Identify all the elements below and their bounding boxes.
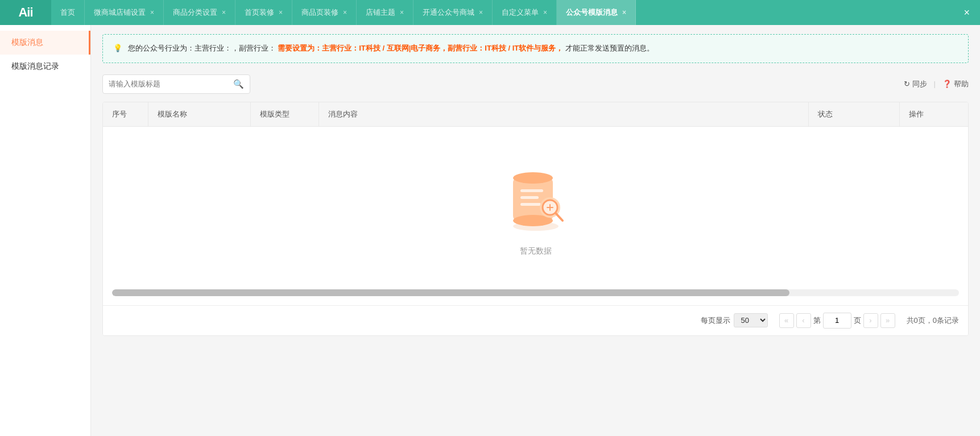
svg-line-10 <box>556 213 563 221</box>
nav-tab-home[interactable]: 首页 <box>51 0 85 25</box>
main-content: 💡 您的公众号行业为：主营行业：，副营行业： 需要设置为：主营行业：IT科技 /… <box>91 25 980 436</box>
toolbar-divider: | <box>934 80 936 88</box>
th-status: 状态 <box>809 102 900 126</box>
nav-tab-close-product-category[interactable]: × <box>222 9 226 16</box>
notice-icon: 💡 <box>113 44 122 52</box>
help-button[interactable]: ❓ 帮助 <box>942 79 969 89</box>
help-label: 帮助 <box>954 79 969 89</box>
empty-state: 暂无数据 <box>103 127 968 285</box>
notice-text-after: 才能正常发送预置的消息。 <box>565 44 654 52</box>
sidebar-item-template-msg-log[interactable]: 模版消息记录 <box>0 55 90 78</box>
sidebar-item-template-msg[interactable]: 模版消息 <box>0 31 90 55</box>
nav-tab-close-home-decor[interactable]: × <box>279 9 283 16</box>
nav-tab-product-page-decor[interactable]: 商品页装修× <box>292 0 357 25</box>
search-input[interactable] <box>109 80 233 88</box>
notice-text-before: 您的公众号行业为：主营行业：，副营行业： <box>128 44 276 52</box>
first-page-button[interactable]: « <box>779 313 794 328</box>
main-layout: 模版消息模版消息记录 💡 您的公众号行业为：主营行业：，副营行业： 需要设置为：… <box>0 25 980 436</box>
notice-highlight: 需要设置为：主营行业：IT科技 / 互联网|电子商务，副营行业：IT科技 / I… <box>278 44 563 52</box>
nav-tab-home-decor[interactable]: 首页装修× <box>235 0 292 25</box>
pagination: 每页显示 102050100 « ‹ 第 页 › » 共0页，0条记录 <box>103 305 968 335</box>
page-input[interactable] <box>823 313 851 329</box>
page-label: 第 <box>813 315 821 326</box>
page-size-label: 每页显示 <box>701 315 730 326</box>
next-page-button[interactable]: › <box>863 313 878 328</box>
top-nav: Aii 首页微商城店铺设置×商品分类设置×首页装修×商品页装修×店铺主题×开通公… <box>0 0 980 25</box>
nav-tab-custom-menu[interactable]: 自定义菜单× <box>493 0 557 25</box>
toolbar-right: ↻ 同步 | ❓ 帮助 <box>904 79 969 89</box>
table-header: 序号 模版名称 模版类型 消息内容 状态 操作 <box>103 102 968 127</box>
sync-label: 同步 <box>912 79 927 89</box>
page-size-dropdown[interactable]: 102050100 <box>734 313 768 327</box>
app-logo: Aii <box>0 0 51 25</box>
nav-tab-product-category[interactable]: 商品分类设置× <box>164 0 235 25</box>
svg-rect-4 <box>520 189 543 192</box>
sync-icon: ↻ <box>904 80 910 88</box>
nav-tab-template-msg[interactable]: 公众号模版消息× <box>557 0 636 25</box>
nav-tabs: 首页微商城店铺设置×商品分类设置×首页装修×商品页装修×店铺主题×开通公众号商城… <box>51 0 953 25</box>
nav-tab-close-wechat-shop[interactable]: × <box>150 9 154 16</box>
sync-button[interactable]: ↻ 同步 <box>904 79 927 89</box>
prev-page-button[interactable]: ‹ <box>796 313 811 328</box>
th-type: 模版类型 <box>251 102 319 126</box>
sidebar: 模版消息模版消息记录 <box>0 25 91 436</box>
table-wrap: 序号 模版名称 模版类型 消息内容 状态 操作 <box>102 102 969 336</box>
nav-tab-close-custom-menu[interactable]: × <box>543 9 547 16</box>
nav-tab-close-template-msg[interactable]: × <box>622 9 626 16</box>
scroll-indicator[interactable] <box>112 289 959 296</box>
nav-tab-close-product-page-decor[interactable]: × <box>343 9 347 16</box>
page-total: 共0页，0条记录 <box>907 315 959 326</box>
search-bar: 🔍 ↻ 同步 | ❓ 帮助 <box>102 74 969 94</box>
nav-tab-open-mall[interactable]: 开通公众号商城× <box>413 0 493 25</box>
th-content: 消息内容 <box>319 102 809 126</box>
page-size-select: 每页显示 102050100 <box>701 313 768 327</box>
notice-box: 💡 您的公众号行业为：主营行业：，副营行业： 需要设置为：主营行业：IT科技 /… <box>102 34 969 63</box>
empty-text: 暂无数据 <box>520 246 552 256</box>
help-icon: ❓ <box>942 80 952 88</box>
th-actions: 操作 <box>900 102 968 126</box>
nav-tab-close-open-mall[interactable]: × <box>479 9 483 16</box>
page-suffix: 页 <box>854 315 861 326</box>
last-page-button[interactable]: » <box>880 313 895 328</box>
svg-point-2 <box>513 172 553 184</box>
th-index: 序号 <box>103 102 148 126</box>
th-name: 模版名称 <box>148 102 251 126</box>
svg-rect-6 <box>520 203 541 206</box>
nav-tab-wechat-shop[interactable]: 微商城店铺设置× <box>85 0 164 25</box>
svg-rect-5 <box>520 196 539 199</box>
search-input-wrap[interactable]: 🔍 <box>102 74 250 94</box>
page-nav: « ‹ 第 页 › » <box>779 313 895 329</box>
empty-icon <box>499 161 573 235</box>
nav-tab-close-shop-theme[interactable]: × <box>400 9 404 16</box>
scroll-thumb <box>112 289 789 296</box>
search-icon[interactable]: 🔍 <box>233 79 244 89</box>
global-close-button[interactable]: × <box>953 0 980 25</box>
nav-tab-shop-theme[interactable]: 店铺主题× <box>357 0 413 25</box>
